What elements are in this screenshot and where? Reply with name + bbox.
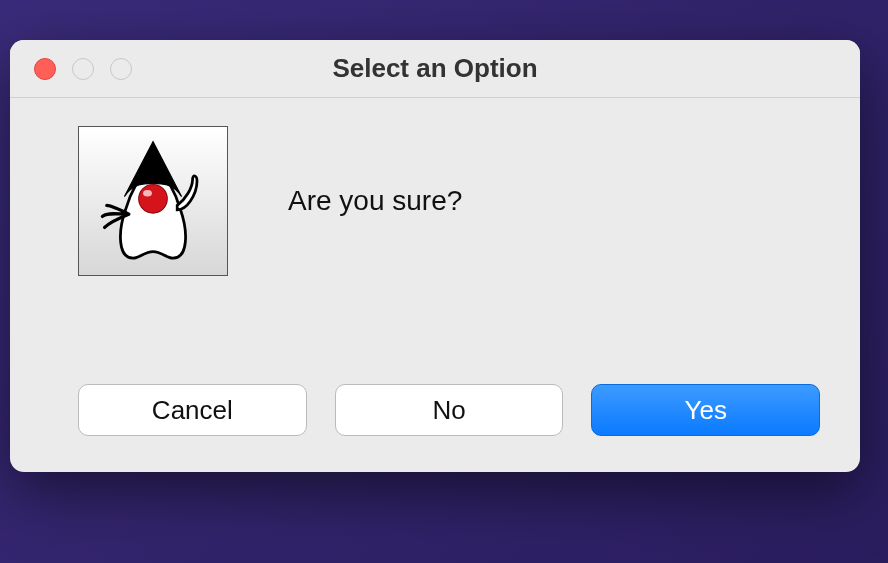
yes-button[interactable]: Yes [591, 384, 820, 436]
confirm-dialog: Select an Option Are you sure [10, 40, 860, 472]
dialog-content: Are you sure? Cancel No Yes [10, 98, 860, 472]
dialog-title: Select an Option [10, 53, 860, 84]
dialog-icon-frame [78, 126, 228, 276]
svg-point-0 [139, 185, 168, 214]
minimize-window-button[interactable] [72, 58, 94, 80]
cancel-button[interactable]: Cancel [78, 384, 307, 436]
java-duke-icon [87, 135, 219, 267]
button-row: Cancel No Yes [50, 384, 820, 436]
close-window-button[interactable] [34, 58, 56, 80]
dialog-message: Are you sure? [288, 185, 462, 217]
window-controls [10, 58, 132, 80]
message-row: Are you sure? [50, 126, 820, 276]
no-button[interactable]: No [335, 384, 564, 436]
titlebar: Select an Option [10, 40, 860, 98]
svg-point-1 [143, 190, 152, 197]
maximize-window-button[interactable] [110, 58, 132, 80]
